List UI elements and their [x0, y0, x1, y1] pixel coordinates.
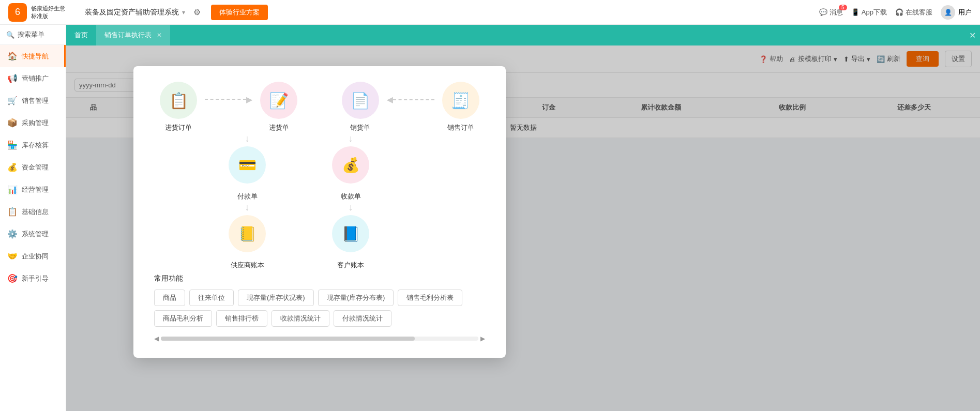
supplier-ledger-icon: 📒 [238, 225, 257, 242]
flow-node-sales-order[interactable]: 🧾 销售订单 [436, 82, 485, 132]
app-wrapper: 6 畅康通好生意 标准版 装备及固定资产辅助管理系统 ▾ ⚙ 体验行业方案 💬 … [0, 0, 980, 411]
close-all-tabs-button[interactable]: ✕ [969, 31, 976, 40]
func-btn-5[interactable]: 商品毛利分析 [154, 310, 212, 327]
app-download-label: App下载 [862, 8, 887, 17]
megaphone-icon: 📢 [7, 73, 18, 83]
sales-bill-label: 销货单 [350, 123, 370, 132]
spacer-col2 [278, 132, 320, 201]
flow-row-1: 📋 进货订单 ▶ [154, 82, 485, 132]
sidebar-item-purchase[interactable]: 📦 采购管理 [0, 112, 66, 134]
sales-order-label: 销售订单 [447, 123, 474, 132]
sidebar-item-newbie[interactable]: 🎯 新手引导 [0, 267, 66, 290]
sidebar: 🔍 搜索菜单 🏠 快捷导航 📢 营销推广 🛒 销售管理 📦 采购管理 🏪 [0, 25, 66, 411]
func-btn-8[interactable]: 付款情况统计 [334, 310, 391, 327]
system-dropdown-icon[interactable]: ▾ [182, 9, 185, 16]
logo-text: 畅康通好生意 标准版 [31, 5, 65, 20]
func-btn-0[interactable]: 商品 [154, 290, 185, 306]
main-area: 🔍 搜索菜单 🏠 快捷导航 📢 营销推广 🛒 销售管理 📦 采购管理 🏪 [0, 25, 980, 411]
spacer-col1 [154, 132, 216, 201]
purchase-order-circle: 📋 [160, 82, 197, 119]
arrow-down-sales: ↓ 💰 收款单 [320, 132, 382, 201]
function-buttons-row1: 商品往来单位现存量(库存状况表)现存量(库存分布表)销售毛利分析表商品毛利分析销… [154, 290, 485, 327]
sales-bill-circle: 📄 [342, 82, 379, 119]
common-functions-title: 常用功能 [154, 274, 485, 283]
sidebar-label-inventory: 库存核算 [22, 141, 49, 150]
box-icon: 📦 [7, 118, 18, 128]
func-btn-1[interactable]: 往来单位 [189, 290, 234, 306]
sidebar-label-basic-info: 基础信息 [22, 207, 49, 217]
search-icon: 🔍 [6, 31, 14, 39]
supplier-ledger-label: 供应商账本 [231, 261, 264, 270]
sales-order-icon: 🧾 [451, 92, 470, 110]
sidebar-label-purchase: 采购管理 [22, 118, 49, 128]
store-icon: 🏪 [7, 140, 18, 150]
message-icon: 💬 [819, 8, 827, 16]
arrow-sales-to-order: ▶ [385, 95, 436, 104]
tab-sales-order-label: 销售订单执行表 [104, 31, 152, 40]
system-name: 装备及固定资产辅助管理系统 ▾ [85, 8, 185, 17]
tab-sales-order-exec[interactable]: 销售订单执行表 ✕ [96, 25, 170, 45]
sidebar-item-inventory[interactable]: 🏪 库存核算 [0, 134, 66, 156]
sidebar-label-quick-nav: 快捷导航 [22, 52, 49, 61]
arrow-purchase-to-bill: ▶ [203, 95, 254, 104]
receipt-bill-label: 收款单 [341, 192, 361, 201]
flow-node-purchase-bill[interactable]: 📝 进货单 [254, 82, 303, 132]
sales-order-circle: 🧾 [442, 82, 479, 119]
func-btn-7[interactable]: 收款情况统计 [272, 310, 329, 327]
flow-node-purchase-order[interactable]: 📋 进货订单 [154, 82, 203, 132]
tab-home[interactable]: 首页 [66, 25, 96, 45]
sidebar-item-operations[interactable]: 📊 经营管理 [0, 178, 66, 201]
func-btn-3[interactable]: 现存量(库存分布表) [318, 290, 394, 306]
supplier-ledger-circle[interactable]: 📒 [229, 215, 266, 252]
payment-bill-circle[interactable]: 💳 [229, 146, 266, 184]
user-area[interactable]: 👤 用户 [941, 5, 972, 20]
sidebar-item-basic-info[interactable]: 📋 基础信息 [0, 201, 66, 223]
money-icon: 💰 [7, 162, 18, 172]
content-area: 首页 销售订单执行表 ✕ ✕ ❓ 帮助 🖨 [66, 25, 980, 411]
func-btn-4[interactable]: 销售毛利分析表 [398, 290, 462, 306]
sidebar-search[interactable]: 🔍 搜索菜单 [0, 25, 66, 45]
clipboard-icon: 📋 [7, 207, 18, 217]
avatar: 👤 [941, 5, 955, 20]
supplier-ledger-col: ↓ 📒 供应商账本 [216, 201, 278, 270]
sidebar-label-newbie: 新手引导 [22, 274, 49, 283]
sidebar-item-sales[interactable]: 🛒 销售管理 [0, 89, 66, 112]
receipt-bill-circle[interactable]: 💰 [332, 146, 369, 184]
scrollbar-track [161, 337, 478, 341]
flow-node-sales-bill[interactable]: 📄 销货单 [336, 82, 384, 132]
modal-overlay[interactable]: 📋 进货订单 ▶ [66, 45, 980, 411]
tab-close-icon[interactable]: ✕ [157, 32, 162, 39]
sidebar-item-enterprise[interactable]: 🤝 企业协同 [0, 245, 66, 267]
settings-icon: ⚙️ [7, 229, 18, 239]
tabs-bar: 首页 销售订单执行表 ✕ ✕ [66, 25, 980, 45]
purchase-order-label: 进货订单 [165, 123, 192, 132]
sidebar-item-system[interactable]: ⚙️ 系统管理 [0, 223, 66, 245]
flow-row-2: ↓ 💳 付款单 ↓ [154, 132, 485, 201]
sidebar-label-marketing: 营销推广 [22, 74, 49, 83]
sidebar-item-finance[interactable]: 💰 资金管理 [0, 156, 66, 178]
sidebar-label-operations: 经营管理 [22, 185, 49, 194]
online-service-button[interactable]: 🎧 在线客服 [895, 8, 932, 17]
app-download-button[interactable]: 📱 App下载 [851, 8, 887, 17]
customer-ledger-circle[interactable]: 📘 [332, 215, 369, 252]
spacer-col3 [154, 201, 216, 270]
message-badge: 5 [839, 5, 847, 10]
purchase-bill-icon: 📝 [269, 92, 289, 110]
sidebar-item-quick-nav[interactable]: 🏠 快捷导航 [0, 45, 66, 67]
func-btn-6[interactable]: 销售排行榜 [216, 310, 267, 327]
target-icon: 🎯 [7, 273, 18, 283]
sidebar-item-marketing[interactable]: 📢 营销推广 [0, 67, 66, 89]
scroll-right-icon[interactable]: ▶ [480, 335, 485, 342]
gear-icon[interactable]: ⚙ [193, 7, 201, 17]
experience-button[interactable]: 体验行业方案 [211, 5, 268, 20]
customer-ledger-icon: 📘 [342, 225, 360, 242]
func-btn-2[interactable]: 现存量(库存状况表) [238, 290, 314, 306]
scroll-left-icon[interactable]: ◀ [154, 335, 159, 342]
sidebar-label-enterprise: 企业协同 [22, 252, 49, 261]
modal-scrollbar[interactable]: ◀ ▶ [154, 335, 485, 342]
receipt-icon: 💰 [342, 157, 360, 174]
arrow-right-icon: ▶ [246, 95, 252, 104]
scrollbar-thumb [161, 337, 415, 341]
message-button[interactable]: 💬 消息 5 [819, 8, 843, 17]
logo-line1: 畅康通好生意 [31, 5, 65, 12]
